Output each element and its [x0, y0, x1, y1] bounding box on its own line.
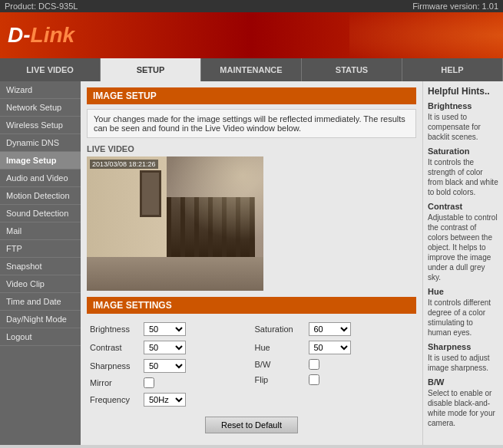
tab-maintenance[interactable]: MAINTENANCE — [201, 58, 302, 81]
hue-select[interactable]: 5002575100 — [309, 341, 351, 354]
sidebar-item-image-setup[interactable]: Image Setup — [0, 152, 81, 170]
hint-brightness-text: It is used to compensate for backlit sce… — [428, 112, 498, 142]
frequency-label: Frequency — [90, 395, 144, 404]
product-label: Product: DCS-935L — [5, 2, 78, 11]
camera-scene — [87, 156, 263, 291]
top-bar: Product: DCS-935L Firmware version: 1.01 — [0, 0, 503, 12]
sidebar-item-ftp[interactable]: FTP — [0, 240, 81, 258]
hint-sharpness: Sharpness It is used to adjust image sha… — [428, 342, 498, 373]
hue-row: Hue 5002575100 — [252, 338, 417, 357]
frequency-row: Frequency 50Hz60Hz — [87, 390, 252, 409]
header-decoration — [349, 12, 503, 58]
brightness-row: Brightness 5002575100 — [87, 320, 252, 338]
scene-highlight — [157, 156, 263, 251]
main-layout: Wizard Network Setup Wireless Setup Dyna… — [0, 81, 503, 445]
settings-right-col: Saturation 600255075100 Hue 5002575100 B… — [252, 320, 417, 409]
settings-header: IMAGE SETTINGS — [87, 297, 416, 314]
sidebar-item-motion-detection[interactable]: Motion Detection — [0, 187, 81, 205]
nav-tabs: LIVE VIDEO SETUP MAINTENANCE STATUS HELP — [0, 58, 503, 81]
hint-contrast: Contrast Adjustable to control the contr… — [428, 202, 498, 282]
sidebar-item-video-clip[interactable]: Video Clip — [0, 275, 81, 293]
sidebar-item-snapshot[interactable]: Snapshot — [0, 258, 81, 275]
live-video-container: 2013/03/08 18:21:26 — [87, 156, 263, 291]
hint-bw-text: Select to enable or disable black-and-wh… — [428, 388, 498, 428]
bw-label: B/W — [255, 360, 309, 369]
sidebar-item-network-setup[interactable]: Network Setup — [0, 99, 81, 117]
logo: D-Link — [8, 23, 74, 48]
flip-label: Flip — [255, 375, 309, 384]
sidebar: Wizard Network Setup Wireless Setup Dyna… — [0, 81, 81, 445]
hint-hue-text: It controls different degree of a color … — [428, 298, 498, 338]
hint-saturation-title: Saturation — [428, 147, 498, 156]
sharpness-row: Sharpness 5002575100 — [87, 357, 252, 375]
mirror-checkbox[interactable] — [144, 377, 154, 388]
tab-status[interactable]: STATUS — [302, 58, 402, 81]
hint-bw-title: B/W — [428, 377, 498, 387]
hint-contrast-title: Contrast — [428, 202, 498, 211]
contrast-select[interactable]: 5002575100 — [144, 341, 186, 354]
hint-brightness-title: Brightness — [428, 101, 498, 110]
scene-floor — [87, 257, 263, 291]
mirror-label: Mirror — [90, 378, 144, 387]
content-area: IMAGE SETUP Your changes made for the im… — [81, 81, 422, 445]
settings-area: Brightness 5002575100 Contrast 500257510… — [87, 320, 416, 409]
hint-saturation: Saturation It controls the strength of c… — [428, 147, 498, 197]
tab-setup[interactable]: SETUP — [101, 58, 201, 81]
reset-button[interactable]: Reset to Default — [205, 417, 298, 433]
sidebar-item-audio-video[interactable]: Audio and Video — [0, 170, 81, 187]
sidebar-item-wireless-setup[interactable]: Wireless Setup — [0, 117, 81, 134]
saturation-row: Saturation 600255075100 — [252, 320, 417, 338]
hints-panel: Helpful Hints.. Brightness It is used to… — [422, 81, 503, 445]
sidebar-item-sound-detection[interactable]: Sound Detection — [0, 205, 81, 222]
sidebar-item-dynamic-dns[interactable]: Dynamic DNS — [0, 134, 81, 152]
tab-help[interactable]: HELP — [402, 58, 503, 81]
info-text: Your changes made for the image settings… — [87, 109, 416, 138]
frequency-select[interactable]: 50Hz60Hz — [144, 393, 186, 407]
contrast-label: Contrast — [90, 343, 144, 352]
tab-live-video[interactable]: LIVE VIDEO — [0, 58, 101, 81]
sidebar-item-mail[interactable]: Mail — [0, 222, 81, 240]
sharpness-label: Sharpness — [90, 361, 144, 371]
mirror-row: Mirror — [87, 375, 252, 390]
hue-label: Hue — [255, 343, 309, 352]
brightness-select[interactable]: 5002575100 — [144, 322, 186, 336]
hint-hue: Hue It controls different degree of a co… — [428, 287, 498, 338]
settings-left-col: Brightness 5002575100 Contrast 500257510… — [87, 320, 252, 409]
bw-checkbox[interactable] — [309, 359, 319, 370]
hint-saturation-text: It controls the strength of color from b… — [428, 157, 498, 197]
firmware-label: Firmware version: 1.01 — [412, 2, 498, 11]
contrast-row: Contrast 5002575100 — [87, 338, 252, 357]
hint-bw: B/W Select to enable or disable black-an… — [428, 377, 498, 428]
hint-brightness: Brightness It is used to compensate for … — [428, 101, 498, 142]
bw-row: B/W — [252, 357, 417, 372]
brightness-label: Brightness — [90, 324, 144, 334]
sidebar-item-logout[interactable]: Logout — [0, 328, 81, 346]
flip-checkbox[interactable] — [309, 374, 319, 385]
hint-contrast-text: Adjustable to control the contrast of co… — [428, 212, 498, 282]
reset-btn-row: Reset to Default — [87, 417, 416, 433]
hint-sharpness-text: It is used to adjust image sharpness. — [428, 353, 498, 373]
sidebar-item-wizard[interactable]: Wizard — [0, 81, 81, 99]
hints-title: Helpful Hints.. — [428, 86, 498, 97]
saturation-label: Saturation — [255, 324, 309, 334]
sidebar-item-time-date[interactable]: Time and Date — [0, 293, 81, 311]
saturation-select[interactable]: 600255075100 — [309, 322, 351, 336]
flip-row: Flip — [252, 372, 417, 387]
hint-hue-title: Hue — [428, 287, 498, 296]
image-setup-header: IMAGE SETUP — [87, 87, 416, 104]
video-timestamp: 2013/03/08 18:21:26 — [90, 160, 158, 169]
hint-sharpness-title: Sharpness — [428, 342, 498, 351]
live-video-label: LIVE VIDEO — [87, 144, 416, 153]
header: D-Link — [0, 12, 503, 58]
sharpness-select[interactable]: 5002575100 — [144, 359, 186, 373]
sidebar-item-day-night[interactable]: Day/Night Mode — [0, 311, 81, 328]
